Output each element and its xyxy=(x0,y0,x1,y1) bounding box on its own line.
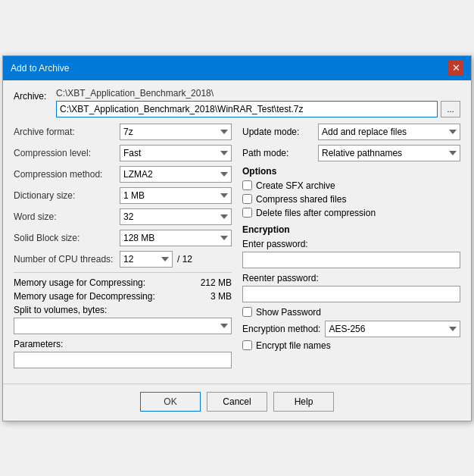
enter-password-input[interactable] xyxy=(242,252,460,268)
delete-after-label: Delete files after compression xyxy=(256,208,376,218)
memory-compress-row: Memory usage for Compressing: 212 MB xyxy=(14,277,232,288)
split-label-text: Split to volumes, bytes: xyxy=(14,305,107,315)
update-mode-select[interactable]: Add and replace files Update and add fil… xyxy=(318,124,460,140)
solid-block-label: Solid Block size: xyxy=(14,233,120,243)
word-size-label: Word size: xyxy=(14,211,120,222)
encrypt-names-label: Encrypt file names xyxy=(256,340,331,351)
enc-method-row: Encryption method: AES-256 xyxy=(242,321,460,337)
archive-inputs: C:\XBT_Application_Benchmark_2018\ ... xyxy=(56,88,460,117)
compress-shared-checkbox[interactable] xyxy=(242,194,252,204)
title-bar: Add to Archive ✕ xyxy=(3,56,471,80)
close-button[interactable]: ✕ xyxy=(448,61,463,76)
update-mode-row: Update mode: Add and replace files Updat… xyxy=(242,124,460,140)
dictionary-size-select[interactable]: 32 KB64 KB128 KB256 KB512 KB1 MB2 MB4 MB xyxy=(120,187,232,204)
memory-compress-label: Memory usage for Compressing: xyxy=(14,277,145,288)
main-columns: Archive format: 7zRARZIP Compression lev… xyxy=(14,124,460,368)
reenter-password-label: Reenter password: xyxy=(242,273,460,283)
encryption-group: Encryption Enter password: Reenter passw… xyxy=(242,224,460,351)
right-column: Update mode: Add and replace files Updat… xyxy=(242,124,460,368)
archive-static-path: C:\XBT_Application_Benchmark_2018\ xyxy=(56,88,460,99)
memory-decompress-row: Memory usage for Decompressing: 3 MB xyxy=(14,291,232,302)
params-input[interactable] xyxy=(14,352,232,368)
create-sfx-label: Create SFX archive xyxy=(256,180,335,191)
archive-label: Archive: xyxy=(14,88,51,102)
cpu-threads-label: Number of CPU threads: xyxy=(14,254,120,265)
split-select[interactable] xyxy=(14,318,232,334)
split-label: Split to volumes, bytes: xyxy=(14,305,232,315)
memory-decompress-label: Memory usage for Decompressing: xyxy=(14,291,155,302)
compression-method-row: Compression method: LZMA2LZMAPPMdBZip2 xyxy=(14,166,232,183)
path-mode-select[interactable]: Relative pathnames Absolute pathnames No… xyxy=(318,145,460,161)
ok-button[interactable]: OK xyxy=(140,392,201,412)
archive-format-select[interactable]: 7zRARZIP xyxy=(120,124,232,140)
compression-level-select[interactable]: StoreFastestFastNormalGoodBest xyxy=(120,145,232,161)
delete-after-row: Delete files after compression xyxy=(242,208,460,218)
params-label: Parameters: xyxy=(14,339,232,349)
create-sfx-checkbox[interactable] xyxy=(242,180,252,190)
add-to-archive-dialog: Add to Archive ✕ Archive: C:\XBT_Applica… xyxy=(2,55,472,421)
options-title: Options xyxy=(242,166,460,177)
solid-block-select[interactable]: 16 MB32 MB64 MB128 MB256 MB xyxy=(120,230,232,246)
compression-level-label: Compression level: xyxy=(14,148,120,158)
compress-shared-label: Compress shared files xyxy=(256,194,346,205)
word-size-row: Word size: 8163264128 xyxy=(14,208,232,225)
enter-password-label: Enter password: xyxy=(242,239,460,249)
compress-shared-row: Compress shared files xyxy=(242,194,460,205)
encryption-title: Encryption xyxy=(242,224,460,235)
compression-method-label: Compression method: xyxy=(14,169,120,180)
enc-method-select[interactable]: AES-256 xyxy=(325,321,460,337)
dialog-title: Add to Archive xyxy=(11,63,69,74)
dictionary-size-row: Dictionary size: 32 KB64 KB128 KB256 KB5… xyxy=(14,187,232,204)
encrypt-names-checkbox[interactable] xyxy=(242,340,252,350)
show-password-checkbox[interactable] xyxy=(242,307,252,317)
params-section: Parameters: xyxy=(14,339,232,368)
word-size-select[interactable]: 8163264128 xyxy=(120,208,232,225)
solid-block-row: Solid Block size: 16 MB32 MB64 MB128 MB2… xyxy=(14,230,232,246)
create-sfx-row: Create SFX archive xyxy=(242,180,460,191)
cpu-threads-select[interactable]: 1212468 xyxy=(120,251,173,268)
enc-method-label: Encryption method: xyxy=(242,324,320,334)
dictionary-size-label: Dictionary size: xyxy=(14,190,120,201)
cancel-button[interactable]: Cancel xyxy=(207,392,267,412)
archive-path-row: ... xyxy=(56,101,460,117)
archive-row: Archive: C:\XBT_Application_Benchmark_20… xyxy=(14,88,460,117)
reenter-password-input[interactable] xyxy=(242,286,460,302)
path-mode-label: Path mode: xyxy=(242,148,318,158)
update-mode-label: Update mode: xyxy=(242,127,318,137)
archive-format-label: Archive format: xyxy=(14,127,120,137)
encrypt-names-row: Encrypt file names xyxy=(242,340,460,351)
bottom-buttons: OK Cancel Help xyxy=(3,384,471,421)
cpu-max-value: / 12 xyxy=(177,254,192,265)
delete-after-checkbox[interactable] xyxy=(242,208,252,218)
path-mode-row: Path mode: Relative pathnames Absolute p… xyxy=(242,145,460,161)
show-password-label: Show Password xyxy=(256,307,321,318)
compression-method-select[interactable]: LZMA2LZMAPPMdBZip2 xyxy=(120,166,232,183)
dialog-content: Archive: C:\XBT_Application_Benchmark_20… xyxy=(3,80,471,376)
memory-decompress-value: 3 MB xyxy=(210,291,232,302)
left-column: Archive format: 7zRARZIP Compression lev… xyxy=(14,124,232,368)
compression-level-row: Compression level: StoreFastestFastNorma… xyxy=(14,145,232,161)
split-section: Split to volumes, bytes: xyxy=(14,305,232,334)
memory-compress-value: 212 MB xyxy=(201,277,232,288)
options-group: Options Create SFX archive Compress shar… xyxy=(242,166,460,218)
archive-path-input[interactable] xyxy=(56,101,438,117)
browse-button[interactable]: ... xyxy=(441,101,460,117)
show-password-row: Show Password xyxy=(242,307,460,318)
archive-format-row: Archive format: 7zRARZIP xyxy=(14,124,232,140)
help-button[interactable]: Help xyxy=(273,392,334,412)
cpu-threads-row: Number of CPU threads: 1212468 / 12 xyxy=(14,251,232,268)
